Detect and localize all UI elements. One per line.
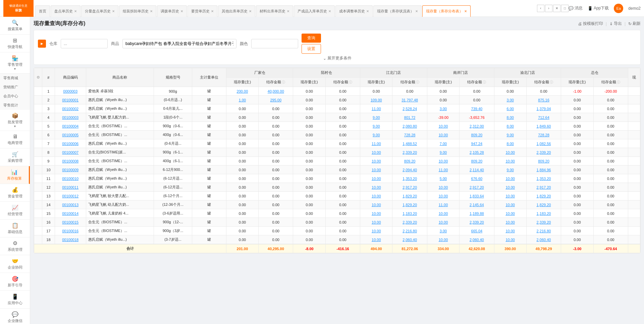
filter-collapse-button[interactable]: ► [38,40,46,48]
cell-data-6[interactable]: 10.00 [427,209,459,218]
cell-data-7[interactable]: 665.04 [460,227,494,235]
cell-data-7[interactable]: -3,652.76 [460,113,494,122]
tab-[interactable]: 盘点单历史✕ [51,5,80,17]
sidebar-item-[interactable]: 🖥电商管理 [0,131,30,148]
cell-data-9[interactable]: 2,060.40 [526,235,561,244]
cell-data-4[interactable]: 10.00 [360,192,392,200]
close-icon[interactable]: ✕ [415,9,418,13]
cell-data-8[interactable]: 6.00 [494,104,526,113]
cell-code[interactable]: 00100018 [55,235,86,244]
cell-data-6[interactable]: 10.00 [427,183,459,192]
cell-data-6[interactable]: 11.00 [427,200,459,209]
cell-data-5[interactable]: 809.20 [392,157,427,166]
cell-data-7[interactable]: 2,060.40 [460,235,494,244]
cell-data-4[interactable]: 9.00 [360,113,392,122]
cell-data-7[interactable]: 809.20 [460,131,494,139]
cell-data-9[interactable]: 1,829.20 [526,200,561,209]
cell-data-7[interactable]: 2,339.20 [460,218,494,227]
cell-data-0[interactable]: 1.00 [226,96,258,104]
cjc-amount-info-icon[interactable]: ⓘ [282,80,285,84]
nav-prev-button[interactable]: ‹ [537,5,544,12]
cell-data-9[interactable]: 1,353.20 [526,174,561,183]
close-icon[interactable]: ✕ [211,9,214,13]
cell-data-7[interactable]: 739.40 [460,104,494,113]
cell-code[interactable]: 00100007 [55,148,86,157]
mcc-amount-info-icon[interactable]: ⓘ [349,80,352,84]
tab-[interactable]: 首页 [35,5,50,17]
cell-data-4[interactable]: 10.00 [360,166,392,174]
cell-data-8[interactable]: 10.00 [494,148,526,157]
avatar[interactable]: Ea [614,4,623,13]
setting-button[interactable]: 设置 [302,44,321,54]
cell-data-8[interactable]: 9.00 [494,166,526,174]
cell-code[interactable]: 00100014 [55,209,86,218]
tab-[interactable]: 材料出库单历史✕ [256,5,293,17]
cell-code[interactable]: 00100001 [55,96,86,104]
close-icon[interactable]: ✕ [287,9,289,13]
close-icon[interactable]: ✕ [464,9,467,13]
cell-data-4[interactable]: 10.00 [360,174,392,183]
cell-data-6[interactable]: 10.00 [427,218,459,227]
cell-data-8[interactable]: 10.00 [494,200,526,209]
cell-data-8[interactable]: 10.00 [494,209,526,218]
sidebar-sub-[interactable]: 零售统计 [0,101,30,110]
cell-data-7[interactable]: 1,189.88 [460,209,494,218]
cell-data-9[interactable]: 712.64 [526,113,561,122]
cell-code[interactable]: 00100016 [55,227,86,235]
cell-data-4[interactable]: 10.00 [360,227,392,235]
cell-data-4[interactable]: 9.00 [360,131,392,139]
cell-data-4[interactable]: 10.00 [360,183,392,192]
sidebar-item-[interactable]: ⊞快捷导航 [0,35,30,52]
total-amount-info-icon[interactable]: ⓘ [617,80,620,84]
sidebar-sub-[interactable]: 零售商城 [0,74,30,83]
cell-data-5[interactable]: 2,080.80 [392,122,427,131]
tab-[interactable]: 分量盘点单历史✕ [81,5,118,17]
cell-data-7[interactable]: 2,105.28 [460,148,494,157]
cell-data-4[interactable]: 10.00 [360,148,392,157]
query-button[interactable]: 查询 [302,34,321,43]
cell-data-7[interactable]: 2,312.00 [460,122,494,131]
cell-data-7[interactable]: 1,833.64 [460,192,494,200]
export-button[interactable]: ⇓ 导出 [609,21,622,27]
cell-code[interactable]: 00100004 [55,122,86,131]
cell-data-9[interactable]: 2,216.80 [526,227,561,235]
cell-data-7[interactable]: 2,145.64 [460,200,494,209]
cell-code[interactable]: 00100015 [55,218,86,227]
cell-data-7[interactable]: 2,114.40 [460,166,494,174]
cell-code[interactable]: 00100013 [55,200,86,209]
cell-data-6[interactable]: 5.00 [427,174,459,183]
cell-data-5[interactable]: 1,829.20 [392,192,427,200]
cell-data-7[interactable]: 676.60 [460,174,494,183]
tab-[interactable]: 其他出库单历史✕ [218,5,255,17]
cell-data-5[interactable]: 2,339.20 [392,148,427,157]
close-icon[interactable]: ✕ [150,9,153,13]
cell-data-8[interactable]: 8.00 [494,122,526,131]
sidebar-item-[interactable]: 🔍搜索英单 [0,17,30,35]
cell-data-9[interactable]: 875.16 [526,96,561,104]
na-amount-info-icon[interactable]: ⓘ [483,80,486,84]
color-input[interactable] [251,39,298,48]
cell-data-5[interactable]: 728.28 [392,131,427,139]
cell-data-1[interactable]: 295.00 [259,96,293,104]
close-icon[interactable]: ✕ [366,9,369,13]
cell-data-6[interactable]: 11.00 [427,166,459,174]
sidebar-item-[interactable]: 💬企业微信 [0,309,30,324]
cell-data-6[interactable]: 3.00 [427,104,459,113]
cell-data-4[interactable]: 10.00 [360,235,392,244]
sidebar-item-[interactable]: 📊库存核算 [0,166,30,184]
cell-data-4[interactable]: 10.00 [360,218,392,227]
close-icon[interactable]: ✕ [180,9,183,13]
cell-data-6[interactable]: 10.00 [427,131,459,139]
cell-code[interactable]: 00100009 [55,166,86,174]
cell-data-8[interactable]: 8.00 [494,113,526,122]
cell-data-7[interactable]: 947.24 [460,139,494,148]
sidebar-item-[interactable]: 💰资金管理 [0,184,30,202]
cell-data-5[interactable]: 2,216.80 [392,227,427,235]
sidebar-item-[interactable]: 📦批发管理▼ [0,110,30,131]
close-icon[interactable]: ✕ [74,9,77,13]
cell-data-8[interactable]: 10.00 [494,218,526,227]
product-input[interactable] [122,39,236,48]
sidebar-item-[interactable]: 📋基础信息 [0,220,30,237]
cell-data-6[interactable]: 10.00 [427,235,459,244]
warehouse-input[interactable] [61,39,108,48]
